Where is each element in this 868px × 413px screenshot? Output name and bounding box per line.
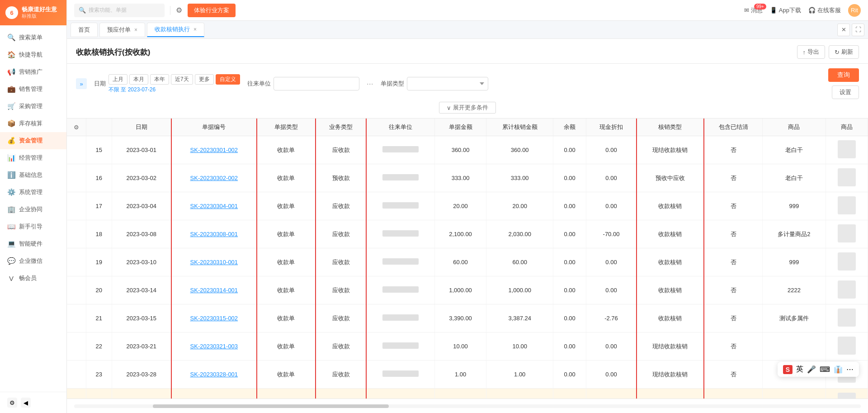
col-cash-discount-cell: 0.00 — [586, 136, 637, 164]
tab-fullscreen-button[interactable]: ⛶ — [852, 24, 864, 36]
col-bill-type-header: 单据类型 — [257, 119, 316, 136]
col-write-off-cell: 1.00 — [486, 389, 553, 399]
solution-button[interactable]: 体验行业方案 — [188, 4, 236, 17]
col-partner-header: 往来单位 — [366, 119, 434, 136]
sidebar-item-icon-sales: 💼 — [7, 85, 15, 93]
ime-more-icon[interactable]: ⋯ — [846, 365, 854, 374]
sidebar-item-sales[interactable]: 💼 销售管理 — [0, 81, 66, 98]
headset-icon: 🎧 — [808, 7, 816, 14]
sidebar-item-hardware[interactable]: 💻 智能硬件 — [0, 235, 66, 252]
bill-no-link[interactable]: SK-20230328-001 — [190, 371, 238, 378]
bill-type-select[interactable] — [407, 77, 488, 90]
bill-no-link[interactable]: SK-20230315-002 — [190, 315, 238, 322]
last-7days-btn[interactable]: 近7天 — [171, 74, 193, 85]
ime-brand-icon: S — [783, 365, 793, 374]
col-balance-cell: 0.00 — [553, 304, 586, 332]
col-write-off-cell: 10.00 — [486, 332, 553, 361]
col-goods2-cell — [826, 220, 868, 248]
content-area: 收款核销执行(按收款) ↑ 导出 ↻ 刷新 » 日期 — [67, 39, 868, 413]
ime-shirt-icon[interactable]: 👔 — [834, 365, 843, 374]
col-write-off-cell: 2,030.00 — [486, 220, 553, 248]
bill-no-link[interactable]: SK-20230310-001 — [190, 259, 238, 266]
sidebar-item-wechat[interactable]: 💬 企业微信 — [0, 252, 66, 270]
sidebar-item-basic[interactable]: ℹ️ 基础信息 — [0, 166, 66, 184]
col-cancel-type-cell: 现结收款核销 — [637, 361, 704, 389]
col-date-cell: 2023-03-28 — [112, 361, 171, 389]
filter-expand-button[interactable]: » — [76, 78, 87, 89]
expand-more-button[interactable]: ∨ 展开更多条件 — [439, 102, 496, 114]
col-biz-type-cell: 预收款 — [316, 164, 366, 192]
this-year-btn[interactable]: 本年 — [150, 74, 169, 85]
sidebar-item-guide[interactable]: 📖 新手引导 — [0, 218, 66, 235]
gear-icon[interactable]: ⚙ — [176, 6, 182, 14]
col-index-cell: 15 — [86, 136, 112, 164]
bill-no-link[interactable]: SK-20230308-001 — [190, 231, 238, 237]
col-partner-cell — [366, 248, 434, 276]
bill-no-link[interactable]: SK-20230321-003 — [190, 343, 238, 350]
sidebar-item-enterprise[interactable]: 🏢 企业协同 — [0, 201, 66, 218]
bill-no-link[interactable]: SK-20230304-001 — [190, 203, 238, 209]
col-bill-no-cell: SK-20230314-001 — [171, 276, 257, 304]
col-balance-cell: 0.00 — [553, 361, 586, 389]
filter-dots[interactable]: ··· — [367, 79, 373, 89]
app-download-action[interactable]: 📱 App下载 — [770, 6, 801, 14]
ime-keyboard-icon[interactable]: ⌨ — [820, 365, 830, 374]
refresh-icon: ↻ — [835, 49, 840, 56]
sidebar-item-label-quick: 快捷导航 — [19, 51, 42, 59]
col-partner-cell — [366, 361, 434, 389]
col-write-off-cell: 3,387.24 — [486, 304, 553, 332]
sidebar-item-search[interactable]: 🔍 搜索菜单 — [0, 29, 66, 46]
bill-no-link[interactable]: SK-20230314-001 — [190, 287, 238, 294]
collapse-icon[interactable]: ◀ — [21, 398, 31, 408]
search-input[interactable]: 🔍 搜索功能、单据 — [74, 4, 165, 17]
col-partner-cell — [366, 220, 434, 248]
setting-button[interactable]: 设置 — [832, 85, 859, 99]
ime-text-icon[interactable]: 英 — [796, 365, 803, 374]
ime-voice-icon[interactable]: 🎤 — [807, 365, 816, 374]
messages-action[interactable]: ✉ 消息 99+ — [744, 6, 763, 14]
online-service-action[interactable]: 🎧 在线客服 — [808, 6, 841, 14]
settings-icon[interactable]: ⚙ — [7, 398, 17, 408]
table-row: 18 2023-03-08 SK-20230308-001 收款单 应收款 2,… — [67, 220, 868, 248]
sidebar-item-purchase[interactable]: 🛒 采购管理 — [0, 98, 66, 115]
export-button[interactable]: ↑ 导出 — [797, 45, 826, 59]
table-row: 24 2023-03-28 SK-20230328-002 收款单 应收款 1.… — [67, 389, 868, 399]
last-month-btn[interactable]: 上月 — [108, 74, 127, 85]
bill-no-link[interactable]: SK-20230302-002 — [190, 175, 238, 181]
column-settings-icon[interactable]: ⚙ — [72, 123, 80, 131]
col-index-cell: 21 — [86, 304, 112, 332]
col-bill-no-cell: SK-20230321-003 — [171, 332, 257, 361]
more-date-btn[interactable]: 更多 — [195, 74, 214, 85]
tab-prepay[interactable]: 预应付单× — [99, 23, 145, 37]
table-row: 15 2023-03-01 SK-20230301-002 收款单 应收款 36… — [67, 136, 868, 164]
sidebar-item-inventory[interactable]: 📦 库存核算 — [0, 115, 66, 132]
col-cash-discount-header: 现金折扣 — [586, 119, 637, 136]
refresh-button[interactable]: ↻ 刷新 — [829, 45, 859, 59]
partner-input[interactable] — [274, 77, 359, 90]
horizontal-scrollbar[interactable] — [74, 404, 861, 408]
query-button[interactable]: 查询 — [828, 68, 859, 82]
tab-collection[interactable]: 收款核销执行× — [147, 23, 204, 37]
tab-home[interactable]: 首页 — [71, 23, 98, 37]
message-icon: ✉ — [744, 7, 749, 14]
tab-close-collection[interactable]: × — [193, 26, 197, 33]
sidebar-item-member[interactable]: V 畅会员 — [0, 270, 66, 287]
sidebar-item-label-operation: 经营管理 — [19, 154, 42, 162]
col-write-off-cell: 1.00 — [486, 361, 553, 389]
user-avatar[interactable]: Rit — [848, 4, 861, 17]
col-include-settled-cell: 否 — [704, 361, 763, 389]
tab-close-prepay[interactable]: × — [134, 27, 137, 33]
sidebar-item-operation[interactable]: 📊 经营管理 — [0, 149, 66, 166]
col-goods-header: 商品 — [763, 119, 826, 136]
sidebar-item-system[interactable]: ⚙️ 系统管理 — [0, 184, 66, 201]
scroll-thumb[interactable] — [153, 404, 389, 408]
this-month-btn[interactable]: 本月 — [129, 74, 148, 85]
sidebar-item-label-guide: 新手引导 — [19, 223, 42, 231]
sidebar-item-marketing[interactable]: 📢 营销推广 — [0, 63, 66, 81]
custom-date-btn[interactable]: 自定义 — [216, 74, 240, 85]
bill-no-link[interactable]: SK-20230301-002 — [190, 147, 238, 153]
tab-close-all-button[interactable]: ✕ — [837, 24, 850, 36]
col-bill-no-cell: SK-20230328-002 — [171, 389, 257, 399]
sidebar-item-finance[interactable]: 💰 资金管理 — [0, 132, 66, 149]
sidebar-item-quick[interactable]: 🏠 快捷导航 — [0, 46, 66, 63]
